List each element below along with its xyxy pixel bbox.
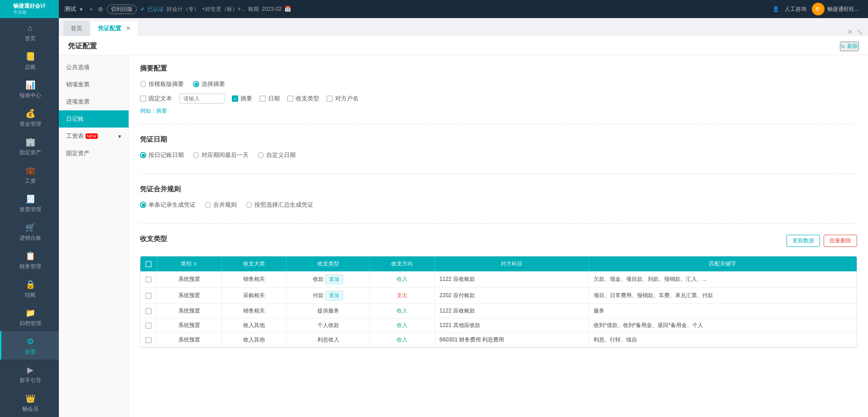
leftnav-journal[interactable]: 日记账 <box>59 110 129 128</box>
th-main-type: 收支大类 <box>221 256 286 271</box>
settings-icon[interactable]: ⚙ <box>98 6 103 13</box>
row-checkbox[interactable] <box>140 333 157 347</box>
cb-date[interactable]: 日期 <box>259 95 280 103</box>
sidebar-item-assets[interactable]: 🏢 固定资产 <box>0 132 59 160</box>
cb-counterparty-box <box>326 95 333 102</box>
tab-voucher-config[interactable]: 凭证配置 ✕ <box>91 21 138 36</box>
top-tag-btn[interactable]: 置顶 <box>325 275 343 284</box>
row-check-box[interactable] <box>145 308 152 314</box>
table-row: 系统预置 采购相关 付款 置顶 支出 2202 应付账款 项目、日常费用、报销款… <box>140 288 857 304</box>
report-icon: 📊 <box>25 80 35 90</box>
cb-fixed-text[interactable]: 固定文本 <box>140 95 172 103</box>
row-check-box[interactable] <box>145 276 152 283</box>
close-acct-icon: 🔒 <box>25 280 35 289</box>
leftnav-fixed-assets[interactable]: 固定资产 <box>59 145 129 162</box>
radio-template[interactable]: 按模板版摘要 <box>140 80 184 88</box>
row-checkbox[interactable] <box>140 288 157 304</box>
leftnav-purchase-inv[interactable]: 进项发票 <box>59 93 129 110</box>
income-expense-table-wrap: 类别 ∨ 收支大类 收支类型 收支方向 对方科目 匹配关键字 <box>140 256 857 348</box>
cb-summary[interactable]: ✓ 摘要 <box>232 95 252 103</box>
period-value: 2023-02 <box>262 6 282 12</box>
sidebar-item-member[interactable]: 👑 畅会员 <box>0 388 59 417</box>
radio-single[interactable]: 单条记录生成凭证 <box>140 201 196 209</box>
ledger-icon: 📒 <box>25 52 35 62</box>
income-expense-section: 收支类型 更新数据 批量删除 <box>140 235 857 357</box>
sidebar-item-purchase[interactable]: 🛒 进销台账 <box>0 217 59 246</box>
right-content: 摘要配置 按模板版摘要 选择摘要 <box>129 55 868 417</box>
content-area: 首页 凭证配置 ✕ ✕ ⤡ 凭证配置 ↻ 刷新 <box>59 18 868 417</box>
table-row: 系统预置 收入其他 个人收款 收入 1221 其他应收款 收到*借款、收到*备用… <box>140 318 857 333</box>
select-all-checkbox[interactable] <box>145 261 152 267</box>
th-account: 对方科目 <box>435 256 589 271</box>
calendar-icon[interactable]: 📅 <box>284 6 291 12</box>
assets-icon: 🏢 <box>25 137 35 147</box>
radio-template-circle <box>140 81 146 87</box>
tab-voucher-config-label: 凭证配置 <box>98 24 121 33</box>
row-check-box[interactable] <box>145 322 152 329</box>
sidebar-label-ledger: 总账 <box>25 63 36 71</box>
radio-select-circle <box>193 81 199 87</box>
app-logo: 畅捷通好会计 专业版 <box>0 0 59 18</box>
refresh-btn[interactable]: ↻ 刷新 <box>840 42 859 51</box>
table-row: 系统预置 收入其他 利息收入 收入 660301 财务费用 利息费用 利息、行转… <box>140 333 857 347</box>
dropdown-icon[interactable]: ▾ <box>80 6 83 13</box>
avatar: 旺 <box>812 3 825 15</box>
sidebar-item-finance[interactable]: 💰 资金管理 <box>0 103 59 132</box>
window-close-btn[interactable]: ✕ <box>847 28 853 36</box>
radio-merge[interactable]: 合并规则 <box>205 201 237 209</box>
tab-close-icon[interactable]: ✕ <box>126 25 130 32</box>
row-checkbox[interactable] <box>140 304 157 318</box>
row-account: 1122 应收账款 <box>435 304 589 318</box>
th-keywords: 匹配关键字 <box>589 256 857 271</box>
cb-fixed-text-box <box>140 95 146 102</box>
sidebar-item-invoice[interactable]: 🧾 发票管理 <box>0 189 59 217</box>
switch-version-btn[interactable]: 切到旧版 <box>107 5 137 14</box>
radio-select[interactable]: 选择摘要 <box>193 80 225 88</box>
leftnav-payroll[interactable]: 工资表 NEW ▾ <box>59 128 129 145</box>
sidebar-item-close[interactable]: 🔒 结账 <box>0 274 59 303</box>
settings-nav-icon: ⚙ <box>27 336 34 346</box>
support-label[interactable]: 人工咨询 <box>785 5 806 13</box>
merge-rules-title: 凭证合并规则 <box>140 185 857 194</box>
merge-rules-section: 凭证合并规则 单条记录生成凭证 合并规则 <box>140 185 857 224</box>
top-tag-btn[interactable]: 置顶 <box>325 291 343 300</box>
leftnav-sales[interactable]: 销项发票 <box>59 76 129 93</box>
radio-select-total[interactable]: 按照选择汇总生成凭证 <box>246 201 313 209</box>
tab-bar: 首页 凭证配置 ✕ ✕ ⤡ <box>59 18 868 36</box>
row-checkbox[interactable] <box>140 271 157 288</box>
cb-pay-type[interactable]: 收支类型 <box>287 95 319 103</box>
page-content: 凭证配置 ↻ 刷新 公共选项 销项发票 进项发票 <box>59 36 868 417</box>
sidebar-item-archive[interactable]: 📁 归档管理 <box>0 303 59 331</box>
batch-delete-btn[interactable]: 批量删除 <box>824 235 857 247</box>
sidebar-item-salary[interactable]: 💼 工资 <box>0 160 59 189</box>
radio-custom-date[interactable]: 自定义日期 <box>258 151 296 159</box>
radio-period-last[interactable]: 对应期间最后一天 <box>193 151 249 159</box>
sidebar-item-settings[interactable]: ⚙ 设置 <box>0 331 59 360</box>
update-data-btn[interactable]: 更新数据 <box>786 235 820 247</box>
logo-title: 畅捷通好会计 <box>13 3 46 9</box>
row-sub-type: 利息收入 <box>287 333 370 347</box>
user-area[interactable]: 旺 畅捷通旺旺... <box>812 3 859 15</box>
th-checkbox[interactable] <box>140 256 157 271</box>
inner-layout: 公共选项 销项发票 进项发票 日记账 工资表 NEW ▾ <box>59 55 868 417</box>
sidebar-label-archive: 归档管理 <box>19 320 41 327</box>
sidebar-item-report[interactable]: 📊 报表中心 <box>0 75 59 103</box>
sidebar-item-home[interactable]: ⌂ 首页 <box>0 18 59 46</box>
table-actions: 更新数据 批量删除 <box>786 235 857 247</box>
cb-counterparty[interactable]: 对方户名 <box>326 95 359 103</box>
row-sub-type: 收款 置顶 <box>287 271 370 288</box>
sidebar-label-settings: 设置 <box>25 348 36 356</box>
tab-home[interactable]: 首页 <box>63 21 90 36</box>
sidebar-item-tax[interactable]: 📋 税务管理 <box>0 246 59 274</box>
add-icon[interactable]: ＋ <box>88 5 94 13</box>
radio-journal-date[interactable]: 按日记账日期 <box>140 151 184 159</box>
sidebar-label-member: 畅会员 <box>22 405 38 413</box>
row-checkbox[interactable] <box>140 318 157 333</box>
row-check-box[interactable] <box>145 337 152 343</box>
fixed-text-input[interactable] <box>179 94 225 104</box>
window-expand-btn[interactable]: ⤡ <box>857 28 863 36</box>
row-check-box[interactable] <box>145 293 152 299</box>
sidebar-item-guide[interactable]: ▶ 新手引导 <box>0 360 59 388</box>
leftnav-public[interactable]: 公共选项 <box>59 59 129 76</box>
sidebar-item-ledger[interactable]: 📒 总账 <box>0 46 59 75</box>
